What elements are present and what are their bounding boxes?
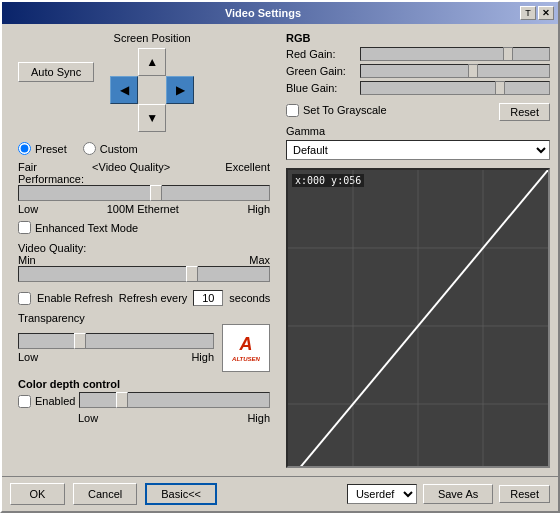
blue-gain-slider[interactable] (360, 81, 550, 95)
color-depth-enabled-checkbox[interactable] (18, 395, 31, 408)
preset-custom-row: Preset Custom (10, 142, 278, 155)
title-bar: Video Settings T ✕ (2, 2, 558, 24)
refresh-seconds-label: seconds (229, 292, 270, 304)
bottom-bar: OK Cancel Basic<< Userdef Save As Reset (2, 476, 558, 511)
enable-refresh-label: Enable Refresh (37, 292, 113, 304)
preset-label: Preset (35, 143, 67, 155)
green-gain-slider[interactable] (360, 64, 550, 78)
vq-labels: Min Max (18, 254, 270, 266)
gamma-select[interactable]: Default (286, 140, 550, 160)
perf-low: Low (18, 203, 38, 215)
video-quality-slider[interactable] (18, 266, 270, 282)
green-gain-row: Green Gain: (286, 64, 550, 78)
enable-refresh-checkbox[interactable] (18, 292, 31, 305)
color-depth-slider-area (79, 392, 270, 410)
custom-radio-label[interactable]: Custom (83, 142, 138, 155)
gamma-row: Default (286, 140, 550, 160)
video-settings-window: Video Settings T ✕ Auto Sync Screen Posi… (0, 0, 560, 513)
color-depth-label: Color depth control (18, 378, 270, 390)
transparency-section: Transparency Low High A ALTUSEN (10, 312, 278, 372)
enhanced-text-checkbox[interactable] (18, 221, 31, 234)
enhanced-text-label: Enhanced Text Mode (35, 222, 138, 234)
title-controls: T ✕ (520, 6, 554, 20)
blue-gain-row: Blue Gain: (286, 81, 550, 95)
arrow-up-button[interactable]: ▲ (138, 48, 166, 76)
color-depth-slider[interactable] (79, 392, 270, 408)
grayscale-label: Set To Grayscale (303, 104, 387, 116)
rgb-reset-button[interactable]: Reset (499, 103, 550, 121)
arrow-center-empty (138, 76, 166, 104)
preset-radio-label[interactable]: Preset (18, 142, 67, 155)
left-panel: Auto Sync Screen Position ▲ ◀ ▶ ▼ (10, 32, 278, 468)
arrow-ne-empty (166, 48, 194, 76)
transparency-slider[interactable] (18, 333, 214, 349)
cd-low: Low (78, 412, 98, 424)
gamma-section: Gamma Default (286, 125, 550, 160)
grayscale-checkbox[interactable] (286, 104, 299, 117)
curve-container: x:000 y:056 (286, 168, 550, 468)
main-content: Auto Sync Screen Position ▲ ◀ ▶ ▼ (2, 24, 558, 476)
basic-button[interactable]: Basic<< (145, 483, 217, 505)
performance-section: Fair <Video Quality> Excellent Performan… (10, 161, 278, 215)
arrow-down-button[interactable]: ▼ (138, 104, 166, 132)
video-quality-section: Video Quality: Min Max (10, 242, 278, 284)
perf-mid: 100M Ethernet (107, 203, 179, 215)
custom-label: Custom (100, 143, 138, 155)
transparency-content: Low High A ALTUSEN (18, 324, 270, 372)
auto-sync-button[interactable]: Auto Sync (18, 62, 94, 82)
screen-position-section: Screen Position ▲ ◀ ▶ ▼ (110, 32, 194, 132)
bottom-left-buttons: OK Cancel Basic<< (10, 483, 217, 505)
rgb-title: RGB (286, 32, 550, 44)
perf-fair: Fair (18, 161, 37, 173)
refresh-interval-input[interactable] (193, 290, 223, 306)
custom-radio[interactable] (83, 142, 96, 155)
curve-svg (288, 170, 548, 468)
cd-high: High (247, 412, 270, 424)
cancel-button[interactable]: Cancel (73, 483, 137, 505)
save-as-button[interactable]: Save As (423, 484, 493, 504)
grayscale-row: Set To Grayscale (286, 104, 387, 117)
vq-min: Min (18, 254, 36, 266)
ok-button[interactable]: OK (10, 483, 65, 505)
perf-top-labels: Fair <Video Quality> Excellent (18, 161, 270, 173)
grayscale-reset-row: Set To Grayscale Reset (286, 103, 550, 121)
trans-labels: Low High (18, 351, 214, 363)
transparency-slider-area: Low High (18, 333, 214, 363)
bottom-right-controls: Userdef Save As Reset (347, 484, 550, 504)
enhanced-text-row: Enhanced Text Mode (10, 221, 278, 234)
performance-slider[interactable] (18, 185, 270, 201)
performance-label: Performance: (18, 173, 270, 185)
enabled-label: Enabled (35, 395, 75, 407)
green-gain-label: Green Gain: (286, 65, 354, 77)
perf-vq: <Video Quality> (92, 161, 170, 173)
arrow-grid: ▲ ◀ ▶ ▼ (110, 48, 194, 132)
rgb-section: RGB Red Gain: Green Gain: Blue Gain: (286, 32, 550, 95)
cd-labels: Low High (18, 412, 270, 424)
blue-gain-label: Blue Gain: (286, 82, 354, 94)
red-gain-slider[interactable] (360, 47, 550, 61)
bottom-reset-button[interactable]: Reset (499, 485, 550, 503)
perf-excellent: Excellent (225, 161, 270, 173)
red-gain-label: Red Gain: (286, 48, 354, 60)
arrow-right-button[interactable]: ▶ (166, 76, 194, 104)
trans-high: High (191, 351, 214, 363)
vq-label: Video Quality: (18, 242, 86, 254)
trans-low: Low (18, 351, 38, 363)
perf-high: High (247, 203, 270, 215)
enabled-row: Enabled (18, 392, 270, 410)
arrow-left-button[interactable]: ◀ (110, 76, 138, 104)
transparency-label: Transparency (18, 312, 270, 324)
screen-position-label: Screen Position (114, 32, 191, 44)
arrow-nw-empty (110, 48, 138, 76)
right-panel: RGB Red Gain: Green Gain: Blue Gain: (286, 32, 550, 468)
vq-max: Max (249, 254, 270, 266)
altusen-logo: A ALTUSEN (222, 324, 270, 372)
color-depth-section: Color depth control Enabled Low High (10, 378, 278, 424)
refresh-every-label: Refresh every (119, 292, 187, 304)
close-button[interactable]: ✕ (538, 6, 554, 20)
arrow-se-empty (166, 104, 194, 132)
userdef-select[interactable]: Userdef (347, 484, 417, 504)
perf-bottom-labels: Low 100M Ethernet High (18, 203, 270, 215)
title-t-button[interactable]: T (520, 6, 536, 20)
preset-radio[interactable] (18, 142, 31, 155)
